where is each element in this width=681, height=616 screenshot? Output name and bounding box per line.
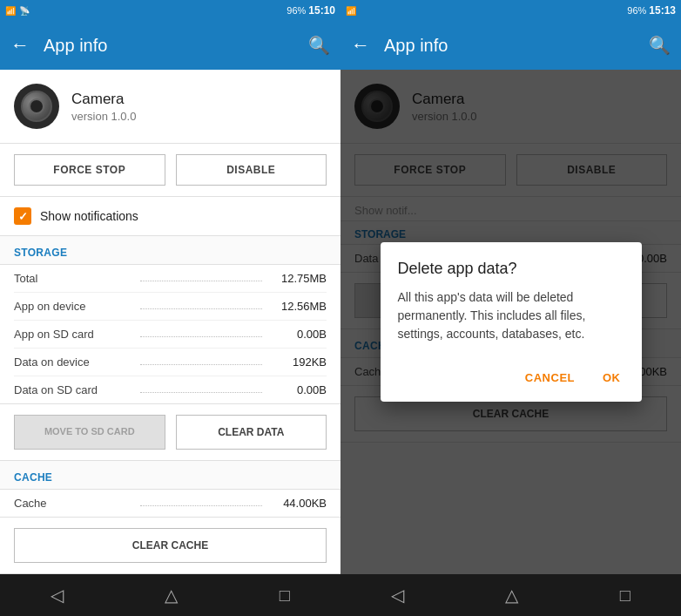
time-left: 15:10 <box>308 4 335 17</box>
app-name-left: Camera <box>71 91 136 108</box>
app-info-text-left: Camera version 1.0.0 <box>71 91 136 123</box>
battery-level-right: 96% <box>627 5 646 16</box>
dots-data-sd <box>140 392 263 393</box>
nav-back-left[interactable]: ◁ <box>51 585 64 606</box>
dialog-body: All this app's data will be deleted perm… <box>381 288 642 357</box>
nav-home-left[interactable]: △ <box>165 585 178 606</box>
storage-header-left: STORAGE <box>0 236 340 264</box>
wifi-icon: 📶 <box>5 6 16 16</box>
dots-app-sd <box>140 336 263 337</box>
dialog-overlay: Delete app data? All this app's data wil… <box>340 70 681 574</box>
notifications-row-left: Show notifications <box>0 197 340 236</box>
storage-row-data-device: Data on device 192KB <box>14 349 327 376</box>
dimmed-content-area: Camera version 1.0.0 FORCE STOP DISABLE … <box>340 70 681 574</box>
search-button-right[interactable]: 🔍 <box>649 35 671 56</box>
status-right-icons: 96% 15:13 <box>627 4 676 17</box>
wifi-icon-right: 📶 <box>346 6 356 16</box>
nav-back-right[interactable]: ◁ <box>391 585 404 606</box>
storage-value-data-device: 192KB <box>266 355 327 369</box>
app-header-left: Camera version 1.0.0 <box>0 70 340 144</box>
time-right: 15:13 <box>649 4 676 17</box>
disable-button-left[interactable]: DISABLE <box>176 154 327 186</box>
storage-section-left: Total 12.75MB App on device 12.56MB App … <box>0 264 340 404</box>
clear-cache-button-left[interactable]: CLEAR CACHE <box>14 528 327 563</box>
signal-icon: 📡 <box>19 6 30 16</box>
nav-recent-right[interactable]: □ <box>620 586 630 606</box>
cache-section-left: Cache 44.00KB <box>0 489 340 518</box>
status-icons-right: 96% 15:10 <box>287 4 335 17</box>
force-stop-button-left[interactable]: FORCE STOP <box>14 154 165 186</box>
storage-label-data-sd: Data on SD card <box>14 383 137 396</box>
storage-value-data-sd: 0.00B <box>266 383 327 396</box>
cache-value-left: 44.00KB <box>266 497 327 510</box>
storage-value-app-device: 12.56MB <box>266 300 327 313</box>
notifications-label-left: Show notifications <box>40 209 138 223</box>
cache-label-left: Cache <box>14 497 137 510</box>
app-bar-left: ← App info 🔍 <box>0 21 340 70</box>
status-bar-left: 📶 📡 96% 15:10 <box>0 0 340 21</box>
dots-data-device <box>140 364 263 365</box>
storage-row-data-sd: Data on SD card 0.00B <box>14 376 327 403</box>
nav-bar-right: ◁ △ □ <box>340 574 681 616</box>
camera-icon-left <box>21 91 52 122</box>
app-bar-title-left: App info <box>44 36 294 56</box>
app-version-left: version 1.0.0 <box>71 110 136 123</box>
cache-header-left: CACHE <box>0 461 340 489</box>
storage-row-app-device: App on device 12.56MB <box>14 293 327 321</box>
storage-value-total: 12.75MB <box>266 272 327 285</box>
storage-actions-left: MOVE TO SD CARD CLEAR DATA <box>0 404 340 461</box>
battery-level-left: 96% <box>287 5 306 16</box>
back-button-right[interactable]: ← <box>351 34 370 57</box>
storage-value-app-sd: 0.00B <box>266 328 327 341</box>
app-bar-title-right: App info <box>384 36 635 56</box>
status-bar-right: 📶 96% 15:13 <box>340 0 681 21</box>
dialog-cancel-button[interactable]: CANCEL <box>515 364 585 391</box>
storage-label-data-device: Data on device <box>14 355 137 369</box>
delete-app-data-dialog: Delete app data? All this app's data wil… <box>381 242 642 402</box>
status-icons-left: 📶 📡 <box>5 6 283 16</box>
clear-data-button-left[interactable]: CLEAR DATA <box>176 415 327 450</box>
status-icons-right-panel: 📶 <box>346 6 624 16</box>
dots-app-device <box>140 308 263 309</box>
cache-actions-left: CLEAR CACHE <box>0 518 340 574</box>
nav-recent-left[interactable]: □ <box>280 586 290 606</box>
storage-label-total: Total <box>14 272 137 285</box>
back-button-left[interactable]: ← <box>10 34 30 57</box>
content-left: Camera version 1.0.0 FORCE STOP DISABLE … <box>0 70 340 574</box>
storage-row-app-sd: App on SD card 0.00B <box>14 321 327 349</box>
storage-label-app-sd: App on SD card <box>14 328 137 341</box>
dots-total <box>140 281 263 281</box>
move-to-sd-button-left: MOVE TO SD CARD <box>14 415 165 450</box>
nav-bar-left: ◁ △ □ <box>0 574 340 616</box>
search-button-left[interactable]: 🔍 <box>308 35 330 56</box>
dialog-title: Delete app data? <box>381 242 642 288</box>
app-icon-left <box>14 84 59 129</box>
main-buttons-left: FORCE STOP DISABLE <box>0 144 340 197</box>
left-phone-panel: 📶 📡 96% 15:10 ← App info 🔍 Camera versio… <box>0 0 340 616</box>
nav-home-right[interactable]: △ <box>505 585 518 606</box>
storage-row-total: Total 12.75MB <box>14 265 327 293</box>
dialog-ok-button[interactable]: OK <box>592 364 631 391</box>
cache-row-left: Cache 44.00KB <box>14 490 327 517</box>
right-phone-panel: 📶 96% 15:13 ← App info 🔍 Camera version … <box>340 0 681 616</box>
notifications-checkbox-left[interactable] <box>14 207 31 225</box>
storage-label-app-device: App on device <box>14 300 137 313</box>
app-bar-right: ← App info 🔍 <box>340 21 681 70</box>
dialog-actions: CANCEL OK <box>381 357 642 402</box>
dots-cache-left <box>140 505 263 506</box>
